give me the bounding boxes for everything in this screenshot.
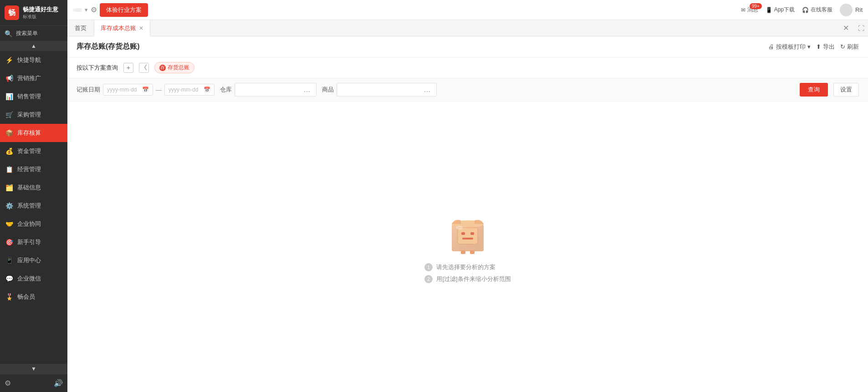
basic-info-icon: 🗂️ — [5, 183, 14, 192]
sidebar-footer: ⚙ 🔊 — [0, 374, 67, 392]
print-label: 按模板打印 — [776, 43, 806, 51]
service-label: 在线客服 — [811, 6, 832, 14]
audio-icon[interactable]: 🔊 — [54, 379, 63, 387]
sidebar-scroll-down[interactable]: ▼ — [0, 364, 67, 374]
tip-num-2: 2 — [424, 275, 433, 283]
svg-rect-9 — [470, 250, 475, 254]
tip-text-2: 用[过滤]条件来缩小分析范围 — [436, 275, 511, 283]
sidebar-item-label: 采购管理 — [17, 111, 41, 119]
export-btn[interactable]: ⬆ 导出 — [816, 43, 835, 51]
search-menu-item[interactable]: 🔍 搜索菜单 — [0, 26, 67, 41]
refresh-icon: ↻ — [840, 43, 845, 50]
date-field: 记账日期 yyyy-mm-dd 📅 — yyyy-mm-dd 📅 — [77, 84, 214, 96]
product-label: 商品 — [322, 86, 334, 94]
page-title: 库存总账(存货总账) — [77, 42, 140, 51]
app-center-icon: 📱 — [5, 256, 14, 265]
refresh-btn[interactable]: ↻ 刷新 — [840, 43, 859, 51]
print-btn[interactable]: 🖨 按模板打印 ▾ — [768, 43, 811, 51]
message-btn[interactable]: ✉ 消息 99+ — [741, 6, 758, 14]
sidebar-item-inventory[interactable]: 📦 库存核算 — [0, 124, 67, 142]
filter-add-btn[interactable]: ＋ — [123, 63, 133, 73]
sidebar-item-label: 资金管理 — [17, 147, 41, 155]
filter-label: 按以下方案查询 — [77, 64, 118, 72]
date-start-input[interactable]: yyyy-mm-dd 📅 — [103, 84, 153, 96]
sidebar-item-marketing[interactable]: 📢 营销推广 — [0, 69, 67, 87]
sidebar-item-finance[interactable]: 💰 资金管理 — [0, 142, 67, 160]
operations-icon: 📋 — [5, 165, 14, 174]
sidebar: 畅 畅捷通好生意 标准版 🔍 搜索菜单 ▲ ⚡ 快捷导航 📢 营销推广 📊 销售… — [0, 0, 67, 392]
date-end-placeholder: yyyy-mm-dd — [168, 87, 198, 93]
export-label: 导出 — [823, 43, 835, 51]
date-start-placeholder: yyyy-mm-dd — [107, 87, 137, 93]
sidebar-item-label: 快捷导航 — [17, 56, 41, 64]
app-download-btn[interactable]: 📱 App下载 — [766, 6, 795, 14]
panel-expand-btn[interactable]: ⛶ — [854, 25, 868, 32]
logo-title: 畅捷通好生意 — [23, 6, 58, 14]
online-service-btn[interactable]: 🎧 在线客服 — [802, 6, 832, 14]
tab-inventory-ledger[interactable]: 库存成本总账 ✕ — [94, 20, 150, 36]
svg-rect-3 — [458, 228, 478, 244]
main-area: ▾ ⚙ 体验行业方案 ✉ 消息 99+ 📱 App下载 🎧 在线客服 Rit — [67, 0, 868, 392]
calendar-end-icon: 📅 — [204, 87, 210, 93]
svg-rect-8 — [461, 250, 465, 254]
sales-icon: 📊 — [5, 92, 14, 101]
product-input[interactable]: … — [337, 83, 437, 97]
product-more-icon: … — [424, 86, 431, 94]
enterprise-icon: 🤝 — [5, 219, 14, 229]
sidebar-item-newbie[interactable]: 🎯 新手引导 — [0, 233, 67, 251]
purchase-icon: 🛒 — [5, 110, 14, 119]
user-area: Rit — [840, 4, 863, 16]
query-btn[interactable]: 查询 — [800, 83, 828, 97]
marketing-icon: 📢 — [5, 74, 14, 83]
date-end-input[interactable]: yyyy-mm-dd 📅 — [164, 84, 214, 96]
topbar-gear-icon[interactable]: ⚙ — [91, 5, 97, 14]
tabbar: 首页 库存成本总账 ✕ ✕ ⛶ — [67, 20, 868, 36]
system-icon: ⚙️ — [5, 201, 14, 210]
sidebar-item-label: 新手引导 — [17, 238, 41, 246]
sidebar-item-member[interactable]: 🎖️ 畅会员 — [0, 288, 67, 306]
sidebar-scroll-up[interactable]: ▲ — [0, 41, 67, 51]
sidebar-item-label: 库存核算 — [17, 129, 41, 137]
sidebar-item-system[interactable]: ⚙️ 系统管理 — [0, 197, 67, 215]
print-dropdown-icon: ▾ — [807, 43, 811, 50]
sidebar-item-app-center[interactable]: 📱 应用中心 — [0, 251, 67, 270]
username: Rit — [855, 6, 863, 13]
sidebar-item-label: 系统管理 — [17, 202, 41, 210]
industry-btn[interactable]: 体验行业方案 — [100, 3, 148, 17]
breadcrumb-chevron-icon: ▾ — [85, 6, 88, 13]
quick-nav-icon: ⚡ — [5, 56, 14, 65]
sidebar-item-label: 应用中心 — [17, 256, 41, 265]
app-icon: 📱 — [766, 7, 772, 13]
sidebar-item-quick-nav[interactable]: ⚡ 快捷导航 — [0, 51, 67, 69]
sidebar-item-operations[interactable]: 📋 经营管理 — [0, 160, 67, 178]
tab-close-icon[interactable]: ✕ — [139, 25, 143, 31]
service-icon: 🎧 — [802, 7, 809, 13]
inventory-icon: 📦 — [5, 128, 14, 137]
svg-rect-6 — [462, 238, 473, 239]
settings-icon[interactable]: ⚙ — [5, 379, 11, 387]
sidebar-item-wechat[interactable]: 💬 企业微信 — [0, 270, 67, 288]
finance-icon: 💰 — [5, 147, 14, 156]
logo-subtitle: 标准版 — [23, 14, 58, 20]
scheme-tag[interactable]: 存 存货总账 — [154, 62, 194, 73]
sidebar-item-purchase[interactable]: 🛒 采购管理 — [0, 106, 67, 124]
tab-home[interactable]: 首页 — [67, 20, 94, 36]
sidebar-item-basic-info[interactable]: 🗂️ 基础信息 — [0, 178, 67, 197]
sidebar-item-enterprise[interactable]: 🤝 企业协同 — [0, 215, 67, 233]
sidebar-item-sales[interactable]: 📊 销售管理 — [0, 87, 67, 106]
panel-close-btn[interactable]: ✕ — [837, 24, 854, 32]
sidebar-item-label: 基础信息 — [17, 183, 41, 192]
topbar: ▾ ⚙ 体验行业方案 ✉ 消息 99+ 📱 App下载 🎧 在线客服 Rit — [67, 0, 868, 20]
settings-btn[interactable]: 设置 — [833, 83, 859, 97]
topbar-input-area: ▾ ⚙ 体验行业方案 — [73, 3, 737, 17]
filter-collapse-btn[interactable]: 《 — [139, 63, 149, 73]
scheme-label: 存货总账 — [168, 64, 189, 71]
warehouse-input[interactable]: … — [235, 83, 317, 97]
app-label: App下载 — [774, 6, 795, 14]
svg-rect-4 — [461, 232, 465, 235]
print-icon: 🖨 — [768, 43, 774, 50]
product-field: 商品 … — [322, 83, 437, 97]
tip-item-2: 2 用[过滤]条件来缩小分析范围 — [424, 275, 511, 283]
svg-point-7 — [456, 226, 463, 229]
date-label: 记账日期 — [77, 86, 100, 94]
